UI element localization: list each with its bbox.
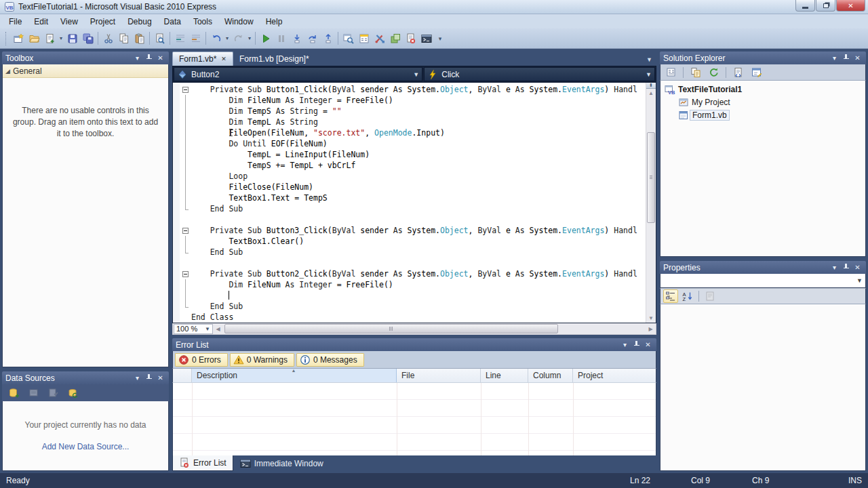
scrollbar-thumb[interactable] <box>647 132 655 223</box>
comment-button[interactable] <box>172 30 188 46</box>
indicator-margin[interactable] <box>173 225 180 236</box>
tab-close-icon[interactable]: ✕ <box>221 56 226 62</box>
scroll-up-icon[interactable]: ▲ <box>646 89 656 98</box>
outlining-margin[interactable] <box>180 84 191 95</box>
indicator-margin[interactable] <box>173 312 180 323</box>
indicator-margin[interactable] <box>173 236 180 247</box>
toolbox-tools-button[interactable] <box>372 30 387 46</box>
toolbar-grip[interactable] <box>5 32 8 45</box>
indicator-margin[interactable] <box>173 182 180 192</box>
close-button[interactable]: ✕ <box>836 0 865 12</box>
panel-tab-immediate-window[interactable]: Immediate Window <box>234 455 330 471</box>
indicator-margin[interactable] <box>173 117 180 127</box>
new-project-button[interactable] <box>11 30 26 46</box>
indicator-margin[interactable] <box>173 95 180 106</box>
zoom-dropdown[interactable]: 100 % ▼ <box>174 324 213 334</box>
document-tab[interactable]: Form1.vb*✕ <box>172 52 233 66</box>
indicator-margin[interactable] <box>173 171 180 182</box>
categorized-button[interactable] <box>663 289 678 303</box>
step-out-button[interactable] <box>320 30 336 46</box>
restore-button[interactable] <box>816 0 835 12</box>
tree-item-form1-vb[interactable]: Form1.vb <box>660 108 865 121</box>
scroll-down-icon[interactable]: ▼ <box>646 314 656 323</box>
pin-icon[interactable] <box>144 53 154 63</box>
error-list-grid[interactable] <box>172 383 656 455</box>
refresh-data-source-button[interactable] <box>65 385 81 401</box>
horizontal-scrollbar[interactable] <box>223 323 646 334</box>
scrollbar-thumb[interactable] <box>224 324 558 333</box>
se-properties-button[interactable] <box>663 64 679 80</box>
save-all-button[interactable] <box>80 30 96 46</box>
step-over-button[interactable] <box>304 30 320 46</box>
menu-window[interactable]: Window <box>218 15 260 28</box>
break-all-button[interactable] <box>273 30 289 46</box>
menu-debug[interactable]: Debug <box>121 15 157 28</box>
code-text-area[interactable]: Private Sub Button1_Click(ByVal sender A… <box>173 83 646 323</box>
indicator-margin[interactable] <box>173 160 180 171</box>
tree-item-textfiletutorial1[interactable]: VBTextFileTutorial1 <box>660 83 865 96</box>
pin-icon[interactable] <box>841 53 851 63</box>
properties-grid[interactable] <box>660 304 866 471</box>
outlining-margin[interactable] <box>180 225 191 236</box>
view-designer-button[interactable] <box>749 64 764 80</box>
column-header-project[interactable]: Project <box>573 369 656 382</box>
menu-help[interactable]: Help <box>260 15 289 28</box>
filter-0-messages[interactable]: 0 Messages <box>296 353 364 367</box>
indicator-margin[interactable] <box>173 138 180 149</box>
undo-button[interactable] <box>208 30 224 46</box>
dropdown-caret-icon[interactable]: ▾ <box>246 30 253 46</box>
document-tab[interactable]: Form1.vb [Design]* <box>233 52 315 66</box>
window-position-icon[interactable]: ▾ <box>620 340 630 350</box>
indicator-margin[interactable] <box>173 279 180 290</box>
close-panel-icon[interactable]: ✕ <box>155 373 165 383</box>
scroll-right-icon[interactable]: ▶ <box>646 326 656 332</box>
vertical-scrollbar[interactable]: ⬍ ▲ ▼ <box>646 83 656 323</box>
redo-button[interactable] <box>231 30 246 46</box>
close-panel-icon[interactable]: ✕ <box>852 262 863 272</box>
toolbar-overflow-icon[interactable]: ▾ <box>435 35 445 42</box>
close-panel-icon[interactable]: ✕ <box>643 340 653 350</box>
column-header-column[interactable]: Column <box>528 369 573 382</box>
indicator-margin[interactable] <box>173 301 180 312</box>
dropdown-caret-icon[interactable]: ▾ <box>224 30 231 46</box>
indicator-margin[interactable] <box>173 106 180 117</box>
indicator-margin[interactable] <box>173 84 180 95</box>
add-new-data-source-link[interactable]: Add New Data Source... <box>3 442 168 451</box>
alphabetical-button[interactable]: AZ <box>680 289 695 303</box>
splitter-handle[interactable]: ⬍ <box>646 83 656 89</box>
indicator-margin[interactable] <box>173 290 180 301</box>
edit-data-source-button[interactable] <box>26 385 41 401</box>
properties-window-button[interactable] <box>356 30 372 46</box>
outlining-margin[interactable] <box>180 268 191 279</box>
show-all-files-button[interactable] <box>688 64 703 80</box>
window-position-icon[interactable]: ▾ <box>829 262 840 272</box>
close-panel-icon[interactable]: ✕ <box>852 53 863 63</box>
pin-icon[interactable] <box>631 340 642 350</box>
pin-icon[interactable] <box>841 262 851 272</box>
refresh-button[interactable] <box>706 64 722 80</box>
filter-0-warnings[interactable]: 0 Warnings <box>230 353 294 367</box>
object-dropdown[interactable]: Button2 ▼ <box>174 67 422 81</box>
window-position-icon[interactable]: ▾ <box>829 53 840 63</box>
properties-object-dropdown[interactable]: ▼ <box>660 274 866 288</box>
toolbox-group-general[interactable]: ◢ General <box>3 64 168 78</box>
indicator-margin[interactable] <box>173 247 180 258</box>
uncomment-button[interactable] <box>188 30 203 46</box>
menu-data[interactable]: Data <box>158 15 187 28</box>
indicator-margin[interactable] <box>173 127 180 138</box>
column-header-line[interactable]: Line <box>481 369 528 382</box>
pin-icon[interactable] <box>144 373 154 383</box>
immediate-window-button[interactable] <box>418 30 434 46</box>
add-data-source-button[interactable] <box>6 385 22 401</box>
indicator-margin[interactable] <box>173 149 180 160</box>
minimize-button[interactable] <box>795 0 815 12</box>
save-button[interactable] <box>64 30 80 46</box>
menu-file[interactable]: File <box>3 15 28 28</box>
copy-button[interactable] <box>116 30 132 46</box>
event-dropdown[interactable]: Click ▼ <box>424 67 655 81</box>
window-position-icon[interactable]: ▾ <box>132 373 142 383</box>
collapse-box-icon[interactable] <box>182 87 189 93</box>
menu-edit[interactable]: Edit <box>28 15 54 28</box>
filter-0-errors[interactable]: 0 Errors <box>175 353 228 367</box>
scroll-left-icon[interactable]: ◀ <box>213 326 223 332</box>
